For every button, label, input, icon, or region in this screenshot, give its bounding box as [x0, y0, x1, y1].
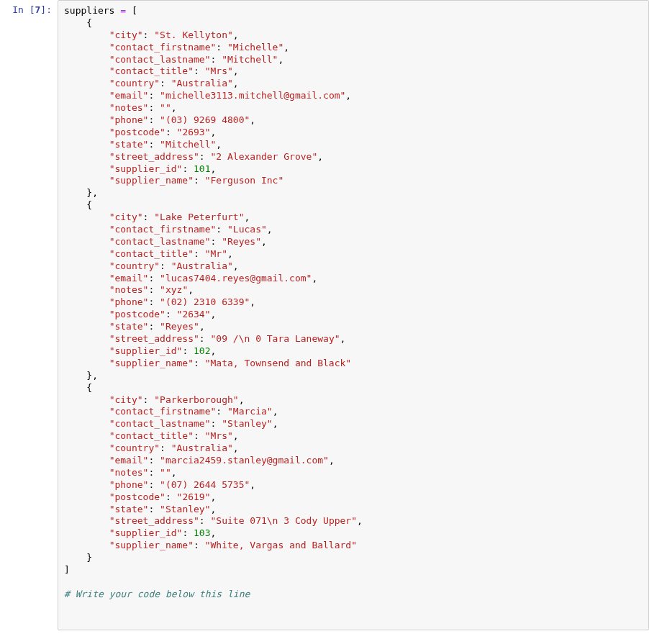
code-comment: # Write your code below this line — [64, 589, 250, 599]
dict-key: "phone" — [109, 479, 149, 490]
prompt-prefix: In [ — [12, 4, 35, 15]
dict-value: "(02) 2310 6339" — [160, 296, 250, 307]
dict-key: "supplier_id" — [109, 527, 183, 538]
dict-value: 102 — [194, 345, 210, 356]
dict-value: "Stanley" — [160, 504, 210, 514]
dict-key: "city" — [109, 30, 143, 40]
dict-value: "Lake Peterfurt" — [154, 212, 244, 222]
dict-value: "Mr" — [205, 248, 227, 259]
dict-value: 103 — [194, 527, 210, 538]
dict-value: "(03) 9269 4800" — [160, 114, 250, 125]
dict-value: "Parkerborough" — [154, 394, 238, 405]
dict-value: "2619" — [177, 491, 211, 502]
dict-key: "contact_firstname" — [109, 42, 217, 53]
dict-key: "contact_lastname" — [109, 418, 211, 429]
dict-value: "Stanley" — [222, 418, 272, 429]
bracket-open: [ — [132, 5, 137, 16]
dict-key: "notes" — [109, 467, 149, 478]
dict-key: "contact_lastname" — [109, 54, 211, 65]
dict-value: "2693" — [177, 127, 211, 137]
brace-open: { — [86, 199, 92, 210]
dict-key: "notes" — [109, 284, 149, 295]
code-cell: In [7]: suppliers = [ { "city": "St. Kel… — [0, 0, 649, 630]
dict-value: "Mrs" — [205, 430, 233, 441]
dict-key: "phone" — [109, 114, 149, 125]
dict-key: "country" — [109, 443, 160, 453]
dict-value: "Mitchell" — [160, 139, 216, 150]
dict-value: "Michelle" — [227, 42, 283, 53]
dict-value: "(07) 2644 5735" — [160, 479, 250, 490]
dict-value: "" — [160, 102, 171, 113]
code-editor[interactable]: suppliers = [ { "city": "St. Kellyton", … — [64, 5, 643, 601]
dict-key: "state" — [109, 504, 149, 514]
code-operator: = — [120, 5, 126, 16]
dict-key: "phone" — [109, 296, 149, 307]
dict-value: "Australia" — [171, 78, 233, 89]
dict-key: "supplier_name" — [109, 540, 194, 550]
dict-value: "michelle3113.mitchell@gmail.com" — [160, 90, 345, 101]
dict-key: "supplier_name" — [109, 358, 194, 368]
dict-value: "marcia2459.stanley@gmail.com" — [160, 455, 329, 466]
dict-key: "contact_title" — [109, 248, 194, 259]
dict-key: "contact_firstname" — [109, 224, 217, 235]
dict-key: "contact_title" — [109, 430, 194, 441]
dict-key: "postcode" — [109, 309, 165, 319]
dict-key: "supplier_id" — [109, 163, 183, 174]
dict-key: "street_address" — [109, 515, 199, 526]
dict-value: "09 /\n 0 Tara Laneway" — [211, 333, 340, 344]
dict-value: "Suite 071\n 3 Cody Upper" — [211, 515, 358, 526]
dict-value: "Australia" — [171, 443, 233, 453]
brace-close: } — [86, 552, 92, 563]
brace-open: { — [86, 382, 92, 393]
dict-value: "Ferguson Inc" — [205, 175, 284, 186]
dict-value: "St. Kellyton" — [154, 30, 233, 40]
dict-key: "street_address" — [109, 151, 199, 162]
code-variable: suppliers — [64, 5, 114, 16]
dict-value: "Mitchell" — [222, 54, 278, 65]
dict-key: "notes" — [109, 102, 149, 113]
dict-value: "Reyes" — [222, 236, 261, 247]
dict-key: "country" — [109, 260, 160, 271]
brace-close: } — [86, 187, 92, 198]
dict-value: "Australia" — [171, 260, 233, 271]
dict-key: "contact_lastname" — [109, 236, 211, 247]
dict-value: "" — [160, 467, 171, 478]
brace-close: } — [86, 370, 92, 381]
dict-key: "email" — [109, 273, 149, 284]
dict-value: "2634" — [177, 309, 211, 319]
dict-key: "postcode" — [109, 491, 165, 502]
dict-value: "Reyes" — [160, 321, 199, 332]
dict-key: "email" — [109, 90, 149, 101]
dict-key: "supplier_name" — [109, 175, 194, 186]
dict-value: "Mata, Townsend and Black" — [205, 358, 352, 368]
code-input-area[interactable]: suppliers = [ { "city": "St. Kellyton", … — [58, 0, 649, 630]
dict-key: "city" — [109, 212, 143, 222]
dict-key: "supplier_id" — [109, 345, 183, 356]
dict-key: "contact_title" — [109, 65, 194, 76]
dict-key: "city" — [109, 394, 143, 405]
dict-value: 101 — [194, 163, 210, 174]
dict-value: "2 Alexander Grove" — [211, 151, 318, 162]
dict-value: "Marcia" — [227, 406, 273, 417]
prompt-suffix: ]: — [40, 4, 52, 15]
brace-open: { — [86, 17, 92, 28]
dict-value: "Lucas" — [227, 224, 267, 235]
dict-key: "state" — [109, 139, 149, 150]
dict-value: "White, Vargas and Ballard" — [205, 540, 357, 550]
dict-key: "street_address" — [109, 333, 199, 344]
dict-key: "contact_firstname" — [109, 406, 217, 417]
bracket-close: ] — [64, 564, 70, 575]
dict-key: "state" — [109, 321, 149, 332]
dict-key: "email" — [109, 455, 149, 466]
dict-key: "postcode" — [109, 127, 165, 137]
dict-key: "country" — [109, 78, 160, 89]
dict-value: "xyz" — [160, 284, 188, 295]
dict-value: "lucas7404.reyes@gmail.com" — [160, 273, 312, 284]
input-prompt: In [7]: — [0, 0, 58, 630]
dict-value: "Mrs" — [205, 65, 233, 76]
